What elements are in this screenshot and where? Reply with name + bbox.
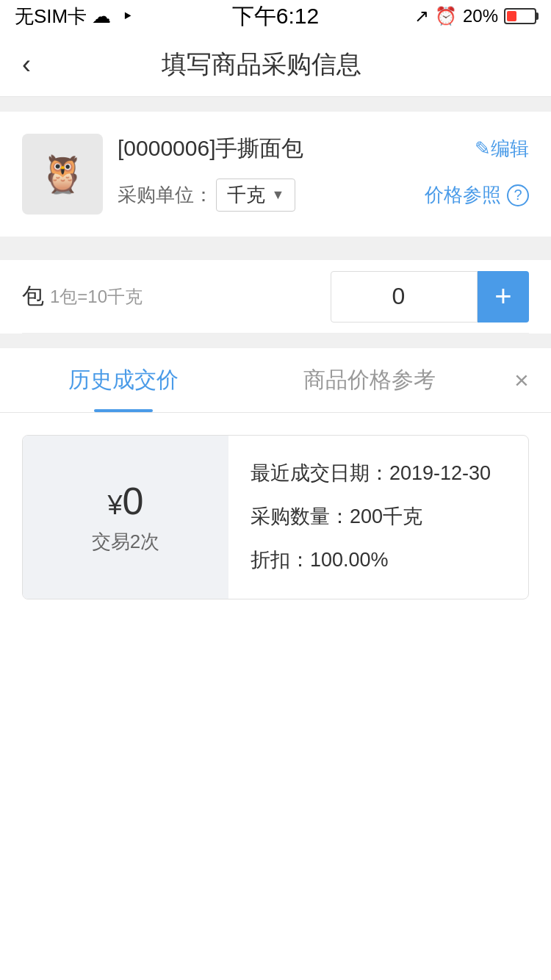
quantity-unit-main: 包 (22, 281, 44, 311)
back-button[interactable]: ‹ (22, 42, 38, 87)
separator-1 (0, 237, 551, 248)
product-info: [0000006]手撕面包 ✎编辑 采购单位： 千克 ▼ 价格参照 ? (118, 134, 529, 212)
history-card: ¥0 交易2次 最近成交日期：2019-12-30 采购数量：200千克 折扣：… (22, 435, 529, 599)
product-thumbnail-icon: 🦉 (40, 153, 85, 195)
page-title: 填写商品采购信息 (38, 48, 485, 82)
unit-select[interactable]: 千克 ▼ (216, 179, 295, 212)
product-image: 🦉 (22, 134, 103, 215)
status-right: ↗ ⏰ 20% (414, 6, 536, 26)
tabs-header: 历史成交价 商品价格参考 × (0, 348, 551, 413)
quantity-plus-button[interactable]: + (478, 271, 529, 323)
carrier-label: 无SIM卡 ☁ ‣ (15, 4, 133, 29)
product-name-row: [0000006]手撕面包 ✎编辑 (118, 134, 529, 164)
product-header: 🦉 [0000006]手撕面包 ✎编辑 采购单位： 千克 ▼ 价格参照 (22, 134, 529, 215)
unit-dropdown-arrow-icon: ▼ (271, 187, 284, 203)
price-ref-label: 价格参照 (425, 182, 501, 208)
currency-symbol: ¥ (108, 490, 123, 520)
unit-value: 千克 (227, 182, 265, 208)
quantity-section: 包 1包=10千克 + (0, 260, 551, 334)
history-price-area: ¥0 交易2次 (23, 436, 228, 599)
history-detail-quantity: 采购数量：200千克 (251, 501, 506, 533)
product-unit-area: 采购单位： 千克 ▼ (118, 179, 295, 212)
tab-history-price[interactable]: 历史成交价 (0, 348, 246, 412)
quantity-row: 包 1包=10千克 + (22, 260, 529, 334)
history-price-value: ¥0 (108, 479, 144, 523)
product-unit-row: 采购单位： 千克 ▼ 价格参照 ? (118, 179, 529, 212)
price-ref-button[interactable]: 价格参照 ? (425, 182, 529, 208)
nav-bar: ‹ 填写商品采购信息 (0, 32, 551, 97)
price-ref-help-icon: ? (507, 184, 529, 206)
status-bar: 无SIM卡 ☁ ‣ 下午6:12 ↗ ⏰ 20% (0, 0, 551, 32)
unit-label: 采购单位： (118, 184, 213, 206)
product-edit-button[interactable]: ✎编辑 (475, 136, 529, 162)
history-detail-date: 最近成交日期：2019-12-30 (251, 458, 506, 489)
history-details-area: 最近成交日期：2019-12-30 采购数量：200千克 折扣：100.00% (228, 436, 528, 599)
product-name: [0000006]手撕面包 (118, 134, 303, 164)
status-left: 无SIM卡 ☁ ‣ (15, 4, 133, 29)
quantity-label: 包 1包=10千克 (22, 281, 143, 311)
history-content: ¥0 交易2次 最近成交日期：2019-12-30 采购数量：200千克 折扣：… (0, 413, 551, 621)
tab-price-reference[interactable]: 商品价格参考 (246, 348, 492, 412)
history-trades-count: 交易2次 (92, 529, 159, 555)
quantity-unit-sub: 1包=10千克 (50, 285, 143, 309)
gps-icon: ↗ (414, 6, 429, 26)
bottom-area (0, 621, 551, 980)
status-time: 下午6:12 (232, 1, 319, 32)
tabs-close-button[interactable]: × (492, 348, 551, 412)
quantity-input-area: + (143, 271, 529, 323)
alarm-icon: ⏰ (435, 6, 457, 26)
battery-label: 20% (463, 6, 498, 26)
product-section: 🦉 [0000006]手撕面包 ✎编辑 采购单位： 千克 ▼ 价格参照 (0, 112, 551, 237)
battery-indicator (504, 8, 536, 24)
quantity-input[interactable] (331, 271, 478, 323)
tabs-section: 历史成交价 商品价格参考 × ¥0 交易2次 最近成交日期：2019-12-30… (0, 348, 551, 621)
history-detail-discount: 折扣：100.00% (251, 544, 506, 576)
